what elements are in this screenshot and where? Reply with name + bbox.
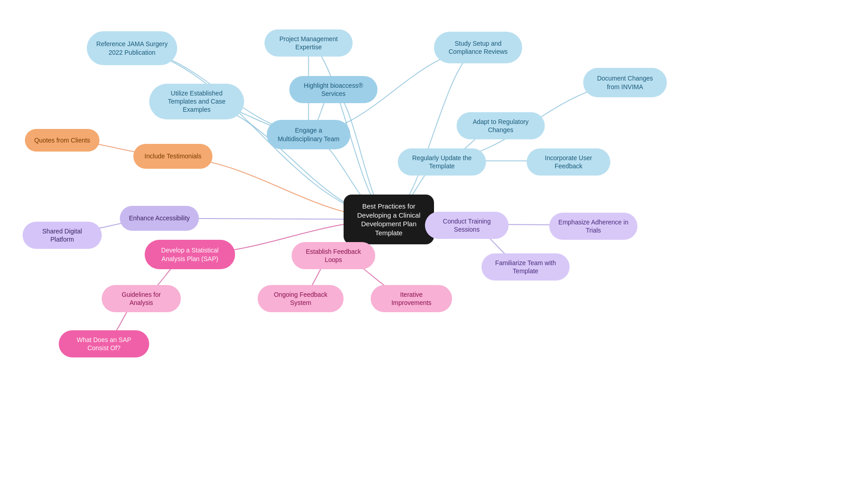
project-mgmt-node[interactable]: Project Management Expertise bbox=[264, 29, 353, 57]
guidelines-analysis-node[interactable]: Guidelines for Analysis bbox=[102, 285, 181, 312]
develop-sap-node[interactable]: Develop a Statistical Analysis Plan (SAP… bbox=[145, 240, 235, 269]
ongoing-feedback-node[interactable]: Ongoing Feedback System bbox=[258, 285, 344, 312]
center-node[interactable]: Best Practices for Developing a Clinical… bbox=[344, 195, 434, 244]
include-testimonials-node[interactable]: Include Testimonials bbox=[133, 144, 212, 169]
what-sap-node[interactable]: What Does an SAP Consist Of? bbox=[59, 330, 149, 357]
establish-feedback-node[interactable]: Establish Feedback Loops bbox=[292, 242, 375, 269]
document-changes-node[interactable]: Document Changes from INVIMA bbox=[583, 68, 667, 97]
iterative-improvements-node[interactable]: Iterative Improvements bbox=[371, 285, 452, 312]
adapt-regulatory-node[interactable]: Adapt to Regulatory Changes bbox=[457, 112, 545, 139]
regularly-update-node[interactable]: Regularly Update the Template bbox=[398, 148, 486, 176]
highlight-bioaccess-node[interactable]: Highlight bioaccess® Services bbox=[289, 76, 377, 103]
connections-svg bbox=[0, 0, 868, 490]
emphasize-adherence-node[interactable]: Emphasize Adherence in Trials bbox=[549, 213, 637, 240]
reference-jama-node[interactable]: Reference JAMA Surgery 2022 Publication bbox=[87, 31, 177, 65]
conduct-training-node[interactable]: Conduct Training Sessions bbox=[425, 212, 509, 239]
study-setup-node[interactable]: Study Setup and Compliance Reviews bbox=[434, 32, 522, 63]
quotes-clients-node[interactable]: Quotes from Clients bbox=[25, 129, 99, 152]
engage-team-node[interactable]: Engage a Multidisciplinary Team bbox=[267, 120, 350, 149]
enhance-accessibility-node[interactable]: Enhance Accessibility bbox=[120, 206, 199, 231]
mindmap-container: Best Practices for Developing a Clinical… bbox=[0, 0, 868, 490]
shared-platform-node[interactable]: Shared Digital Platform bbox=[23, 222, 102, 249]
utilize-templates-node[interactable]: Utilize Established Templates and Case E… bbox=[149, 84, 244, 119]
familiarize-team-node[interactable]: Familiarize Team with Template bbox=[481, 253, 570, 281]
incorporate-feedback-node[interactable]: Incorporate User Feedback bbox=[527, 148, 610, 176]
